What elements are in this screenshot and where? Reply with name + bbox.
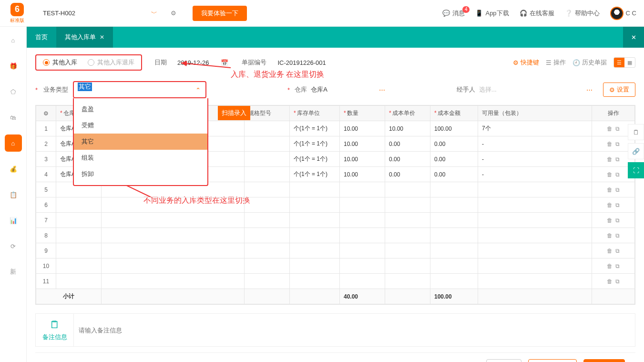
delete-icon[interactable]: 🗑 — [607, 125, 613, 132]
cell-amount[interactable] — [430, 228, 478, 243]
cell-amount[interactable] — [430, 243, 478, 259]
cell-warehouse[interactable] — [56, 228, 102, 243]
cell-amount[interactable] — [430, 213, 478, 228]
app-download-link[interactable]: 📱 App下载 — [475, 9, 509, 18]
cell-hidden[interactable] — [102, 228, 245, 243]
cell-warehouse[interactable] — [56, 213, 102, 228]
scan-input-button[interactable]: 扫描录入 — [218, 106, 250, 120]
cell-avail[interactable] — [478, 259, 592, 274]
cell-unit[interactable] — [290, 243, 340, 259]
cell-price[interactable]: 0.00 — [385, 152, 430, 167]
copy-icon[interactable]: ⧉ — [615, 232, 620, 239]
radio-other-in-return[interactable]: 其他入库退库 — [88, 58, 134, 67]
cell-warehouse[interactable] — [56, 259, 102, 274]
copy-icon[interactable]: ⧉ — [615, 248, 620, 254]
delete-icon[interactable]: 🗑 — [607, 278, 613, 285]
cell-unit[interactable] — [290, 228, 340, 243]
copy-icon[interactable]: ⧉ — [615, 202, 620, 208]
cell-spec[interactable] — [245, 121, 290, 136]
cell-unit[interactable]: 个(1个 = 1个) — [290, 167, 340, 182]
delete-icon[interactable]: 🗑 — [607, 156, 613, 163]
date-value[interactable]: 2019-12-26 — [177, 59, 209, 66]
cell-amount[interactable] — [430, 259, 478, 274]
cell-avail[interactable]: - — [478, 152, 592, 167]
copy-icon[interactable]: ⧉ — [615, 171, 620, 178]
rail-note[interactable]: 🗒 — [628, 124, 644, 140]
cell-unit[interactable] — [290, 182, 340, 197]
cell-amount[interactable] — [430, 274, 478, 289]
cell-spec[interactable] — [245, 167, 290, 182]
save-button[interactable]: 保存▾ — [583, 359, 625, 362]
cell-amount[interactable]: 0.00 — [430, 152, 478, 167]
dropdown-item[interactable]: 受赠 — [74, 117, 207, 134]
cell-qty[interactable]: 10.00 — [340, 121, 385, 136]
delete-icon[interactable]: 🗑 — [607, 263, 613, 269]
tenant-select[interactable]: TEST-H002 ﹀ — [38, 6, 162, 21]
save-draft-button[interactable]: 保存草稿 — [528, 359, 577, 362]
cell-qty[interactable] — [340, 182, 385, 197]
sidebar-sync[interactable]: ⟳ — [5, 238, 22, 255]
delete-icon[interactable]: 🗑 — [607, 217, 613, 224]
cell-unit[interactable]: 个(1个 = 1个) — [290, 152, 340, 167]
cell-price[interactable] — [385, 213, 430, 228]
cell-avail[interactable] — [478, 197, 592, 213]
settings-gear-button[interactable]: ⚙ — [166, 6, 181, 21]
sidebar-house[interactable]: ⬠ — [5, 83, 22, 100]
more-icon[interactable]: ⋯ — [379, 86, 385, 93]
user-menu[interactable]: C C — [610, 7, 636, 20]
cell-qty[interactable] — [340, 197, 385, 213]
cell-qty[interactable]: 10.00 — [340, 136, 385, 152]
cell-avail[interactable]: - — [478, 167, 592, 182]
table-row[interactable]: 11🗑⧉ — [36, 274, 635, 289]
cell-price[interactable]: 0.00 — [385, 136, 430, 152]
view-grid[interactable]: ▦ — [624, 58, 635, 67]
table-row[interactable]: 7🗑⧉ — [36, 213, 635, 228]
biztype-select[interactable]: 其它 ⌄ 盘盈 受赠 其它 组装 拆卸 — [73, 81, 206, 98]
cell-spec[interactable] — [245, 228, 290, 243]
delete-icon[interactable]: 🗑 — [607, 232, 613, 239]
table-row[interactable]: 10🗑⧉ — [36, 259, 635, 274]
cell-unit[interactable] — [290, 197, 340, 213]
close-all-tabs[interactable]: ✕ — [623, 27, 644, 48]
cell-avail[interactable]: - — [478, 136, 592, 152]
cell-hidden[interactable] — [102, 243, 245, 259]
cell-avail[interactable] — [478, 274, 592, 289]
warehouse-value[interactable]: 仓库A — [311, 85, 327, 94]
cell-amount[interactable]: 0.00 — [430, 136, 478, 152]
table-row[interactable]: 6🗑⧉ — [36, 197, 635, 213]
copy-icon[interactable]: ⧉ — [615, 278, 620, 285]
cell-avail[interactable]: 7个 — [478, 121, 592, 136]
messages-link[interactable]: 💬 消息 4 — [442, 9, 465, 18]
more-icon[interactable]: ⋯ — [586, 86, 593, 93]
copy-icon[interactable]: ⧉ — [615, 186, 620, 193]
view-list[interactable]: ☰ — [614, 58, 624, 67]
cell-spec[interactable] — [245, 274, 290, 289]
cell-spec[interactable] — [245, 136, 290, 152]
cell-unit[interactable] — [290, 274, 340, 289]
rail-link[interactable]: 🔗 — [628, 143, 644, 159]
cell-hidden[interactable] — [102, 274, 245, 289]
dropdown-item[interactable]: 组装 — [74, 150, 207, 166]
sidebar-money[interactable]: 💰 — [5, 160, 22, 177]
cell-unit[interactable]: 个(1个 = 1个) — [290, 121, 340, 136]
cell-price[interactable] — [385, 197, 430, 213]
dropdown-item[interactable]: 盘盈 — [74, 101, 207, 117]
cell-spec[interactable] — [245, 213, 290, 228]
gear-column-header[interactable]: ⚙ — [36, 106, 56, 121]
cell-qty[interactable] — [340, 228, 385, 243]
cell-warehouse[interactable] — [56, 243, 102, 259]
cell-qty[interactable]: 10.00 — [340, 167, 385, 182]
tab-other-in[interactable]: 其他入库单 ✕ — [56, 27, 113, 48]
radio-other-in[interactable]: 其他入库 — [43, 58, 77, 67]
cell-spec[interactable] — [245, 197, 290, 213]
table-row[interactable]: 8🗑⧉ — [36, 228, 635, 243]
cell-unit[interactable] — [290, 213, 340, 228]
cell-hidden[interactable] — [102, 259, 245, 274]
cell-spec[interactable] — [245, 243, 290, 259]
rail-expand[interactable]: ⛶ — [628, 162, 644, 178]
history-link[interactable]: 🕘历史单据 — [572, 58, 607, 67]
shortcut-link[interactable]: ⚙快捷键 — [513, 58, 539, 67]
settings-button[interactable]: ⚙设置 — [603, 83, 635, 97]
cell-spec[interactable] — [245, 152, 290, 167]
cell-spec[interactable] — [245, 182, 290, 197]
